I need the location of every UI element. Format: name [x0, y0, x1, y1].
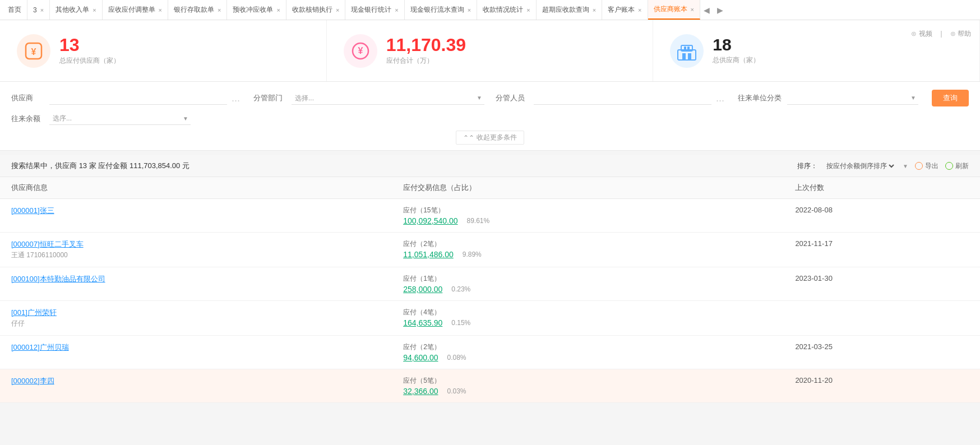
tx-label: 应付（15笔）	[403, 206, 773, 215]
close-icon[interactable]: ×	[593, 7, 596, 13]
dept-select-wrapper: 选择... ▼	[292, 92, 484, 105]
stat-block-payable-total: ¥ 11,170.39 应付合计（万）	[327, 20, 654, 81]
balance-label: 往来余额	[11, 114, 45, 124]
supplier-info-cell: [000002]李四	[0, 369, 392, 403]
toolbar-right: 排序： 按应付余额倒序排序 ▼ 导出 刷新	[797, 161, 969, 171]
person-input[interactable]	[534, 92, 711, 105]
nav-tab-3[interactable]: 3 ×	[27, 0, 50, 20]
video-help-btn[interactable]: ⊙ 视频	[911, 29, 932, 39]
help-btn[interactable]: ⊙ 帮助	[950, 29, 971, 39]
close-icon[interactable]: ×	[468, 7, 471, 13]
table-body: [000001]张三 应付（15笔） 100,092,540.00 89.61%…	[0, 199, 980, 403]
close-icon[interactable]: ×	[336, 7, 339, 13]
balance-select-wrapper: 选序... ▼	[49, 112, 191, 125]
tx-amount-link[interactable]: 94,600.00	[403, 353, 438, 362]
supplier-input[interactable]	[49, 92, 227, 105]
tx-amount-link[interactable]: 32,366.00	[403, 387, 438, 396]
supplier-link[interactable]: [000002]李四	[11, 376, 381, 386]
tx-pct: 9.89%	[463, 251, 482, 258]
last-pay-date: 2022-08-08	[795, 206, 833, 214]
close-icon[interactable]: ×	[526, 7, 530, 13]
query-button[interactable]: 查询	[932, 90, 969, 106]
last-pay-cell: 2021-03-25	[784, 336, 980, 369]
nav-tab-bank-deposit[interactable]: 银行存取款单 ×	[168, 0, 227, 20]
sort-select[interactable]: 按应付余额倒序排序	[824, 161, 896, 170]
tx-row: 32,366.00 0.03%	[403, 387, 773, 396]
supplier-info-cell: [000100]本特勤油品有限公司	[0, 267, 392, 301]
supplier-link[interactable]: [000001]张三	[11, 206, 381, 216]
supplier-dots-icon[interactable]: ...	[232, 92, 240, 104]
dept-select[interactable]: 选择...	[292, 92, 484, 104]
nav-tab-overdue-ar-query[interactable]: 超期应收款查询 ×	[537, 0, 602, 20]
category-label: 往来单位分类	[738, 93, 783, 103]
tx-amount-link[interactable]: 100,092,540.00	[403, 216, 457, 225]
transaction-info-cell: 应付（15笔） 100,092,540.00 89.61%	[392, 199, 784, 233]
nav-tab-cash-bank-stats[interactable]: 现金银行统计 ×	[345, 0, 404, 20]
svg-text:¥: ¥	[358, 46, 363, 55]
supplier-table: 供应商信息 应付交易信息（占比） 上次付数 [000001]张三 应付（15笔）…	[0, 177, 980, 403]
tx-row: 164,635.90 0.15%	[403, 318, 773, 327]
last-pay-cell: 2020-11-20	[784, 369, 980, 403]
sort-chevron-down-icon: ▼	[903, 163, 908, 169]
nav-tab-supplier-ledger[interactable]: 供应商账本 ×	[648, 0, 700, 20]
last-pay-cell: 2022-08-08	[784, 199, 980, 233]
supplier-link[interactable]: [000007]恒旺二手叉车	[11, 239, 381, 249]
category-select[interactable]	[787, 92, 918, 104]
nav-tab-customer-ledger[interactable]: 客户账本 ×	[602, 0, 648, 20]
tx-pct: 0.08%	[447, 354, 466, 361]
export-button[interactable]: 导出	[915, 161, 939, 171]
sort-label: 排序：	[797, 161, 817, 171]
collapse-up-icon: ⌃⌃	[463, 134, 474, 142]
supplier-info-cell: [000001]张三	[0, 199, 392, 233]
close-icon[interactable]: ×	[40, 7, 44, 13]
tx-row: 94,600.00 0.08%	[403, 353, 773, 362]
close-icon[interactable]: ×	[638, 7, 641, 13]
close-icon[interactable]: ×	[395, 7, 398, 13]
tx-amount-link[interactable]: 164,635.90	[403, 318, 442, 327]
collapse-toggle-btn[interactable]: ⌃⌃ 收起更多条件	[456, 131, 524, 145]
close-icon[interactable]: ×	[159, 7, 162, 13]
supplier-link[interactable]: [000012]广州贝瑞	[11, 342, 381, 353]
supplier-count: 13	[79, 161, 87, 170]
close-icon[interactable]: ×	[218, 7, 221, 13]
table-row: [000007]恒旺二手叉车 王通 17106110000 应付（2笔） 11,…	[0, 233, 980, 267]
filter-row-2: 往来余额 选序... ▼	[11, 112, 191, 125]
tx-pct: 0.15%	[451, 319, 470, 327]
refresh-button[interactable]: 刷新	[945, 161, 969, 171]
nav-tab-prepay-offset[interactable]: 预收冲应收单 ×	[227, 0, 286, 20]
nav-tab-cash-flow-query[interactable]: 现金银行流水查询 ×	[405, 0, 477, 20]
refresh-icon	[945, 162, 953, 170]
nav-arrow-left[interactable]: ◀	[700, 0, 714, 20]
tx-label: 应付（1笔）	[403, 274, 773, 284]
table-area: 搜索结果中，供应商 13 家 应付金额 111,703,854.00 元 排序：…	[0, 155, 980, 403]
close-icon[interactable]: ×	[276, 7, 280, 13]
nav-arrow-right[interactable]: ▶	[714, 0, 727, 20]
tx-label: 应付（4笔）	[403, 308, 773, 317]
supplier-link[interactable]: [000100]本特勤油品有限公司	[11, 274, 381, 284]
nav-tab-other-income[interactable]: 其他收入单 ×	[50, 0, 102, 20]
nav-tab-collection-exec[interactable]: 收款核销执行 ×	[286, 0, 345, 20]
filter-category: 往来单位分类 ▼ 查询	[738, 90, 969, 106]
nav-tab-ar-ap-adjust[interactable]: 应收应付调整单 ×	[103, 0, 168, 20]
tx-amount-link[interactable]: 258,000.00	[403, 285, 442, 294]
person-dots-icon[interactable]: ...	[716, 92, 724, 104]
transaction-info-cell: 应付（1笔） 258,000.00 0.23%	[392, 267, 784, 301]
stat-block-payable-suppliers: ¥ 13 总应付供应商（家）	[0, 20, 327, 81]
balance-select[interactable]: 选序...	[49, 112, 191, 124]
tx-amount-link[interactable]: 11,051,486.00	[403, 250, 454, 259]
close-icon[interactable]: ×	[93, 7, 96, 13]
nav-tab-home[interactable]: 首页	[2, 0, 27, 20]
tx-label: 应付（2笔）	[403, 239, 773, 249]
transaction-info-cell: 应付（2笔） 11,051,486.00 9.89%	[392, 233, 784, 267]
tx-row: 11,051,486.00 9.89%	[403, 250, 773, 259]
filter-supplier: 供应商 ...	[11, 92, 242, 105]
nav-tab-collection-stats[interactable]: 收款情况统计 ×	[477, 0, 536, 20]
svg-rect-6	[682, 53, 686, 60]
supplier-link[interactable]: [001]广州荣轩	[11, 308, 381, 318]
dept-label: 分管部门	[253, 93, 287, 103]
payable-suppliers-value: 13	[59, 36, 120, 54]
col-header-transaction: 应付交易信息（占比）	[392, 177, 784, 199]
close-icon[interactable]: ×	[691, 6, 694, 13]
table-header-row: 供应商信息 应付交易信息（占比） 上次付数	[0, 177, 980, 199]
supplier-label: 供应商	[11, 93, 45, 103]
